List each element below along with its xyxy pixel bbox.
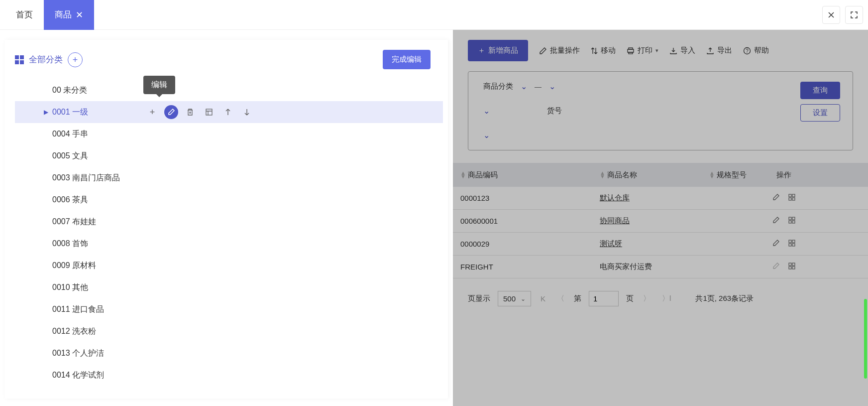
tree-item[interactable]: 0012 洗衣粉: [15, 320, 443, 342]
tree-item[interactable]: 0003 南昌门店商品: [15, 167, 443, 189]
fullscreen-icon: [850, 11, 858, 19]
tree-item[interactable]: 0007 布娃娃: [15, 211, 443, 233]
x-icon: [827, 11, 835, 19]
tab-products-label: 商品: [55, 9, 72, 20]
tree-item[interactable]: 0011 进口食品: [15, 298, 443, 320]
tree-item[interactable]: 0004 手串: [15, 123, 443, 145]
tabs-bar: 首页 商品 ✕: [0, 0, 868, 30]
modal-overlay: [453, 30, 868, 406]
move-down-button[interactable]: [240, 105, 254, 119]
tree-item[interactable]: 0006 茶具: [15, 189, 443, 211]
move-up-button[interactable]: [221, 105, 235, 119]
tree-item[interactable]: 0010 其他: [15, 276, 443, 298]
tree-item-label: 0007 布娃娃: [52, 217, 96, 227]
tree-item-label: 0001 一级: [52, 107, 88, 118]
add-child-button[interactable]: +: [145, 105, 159, 119]
edit-tooltip: 编辑: [143, 76, 175, 94]
category-title[interactable]: 全部分类: [29, 54, 63, 65]
tree-item[interactable]: 0013 个人护洁: [15, 342, 443, 364]
tree-item-label: 00 未分类: [52, 85, 87, 96]
tree-item-label: 0012 洗衣粉: [52, 326, 96, 337]
structure-button[interactable]: [202, 105, 216, 119]
tree-item-label: 0011 进口食品: [52, 304, 104, 315]
scroll-indicator: [864, 299, 867, 379]
finish-edit-button[interactable]: 完成编辑: [383, 50, 431, 69]
tree-item[interactable]: 00 未分类: [15, 79, 443, 101]
tree-item[interactable]: ▶0001 一级+: [15, 101, 443, 123]
tree-item[interactable]: 0009 原材料: [15, 255, 443, 276]
tree-item-label: 0004 手串: [52, 129, 88, 139]
grid-icon: [15, 55, 24, 64]
tree-item[interactable]: 0008 首饰: [15, 233, 443, 255]
tree-item-label: 0008 首饰: [52, 239, 88, 249]
tree-item-actions: +: [145, 105, 254, 119]
tree-item-label: 0014 化学试剂: [52, 370, 104, 381]
caret-right-icon: ▶: [44, 109, 48, 116]
edit-button[interactable]: [164, 105, 178, 119]
tree-item-label: 0009 原材料: [52, 261, 96, 271]
tree-item-label: 0010 其他: [52, 282, 88, 293]
tab-products[interactable]: 商品 ✕: [44, 0, 94, 30]
delete-button[interactable]: [183, 105, 197, 119]
svg-rect-21: [206, 109, 212, 115]
add-category-button[interactable]: +: [68, 52, 83, 67]
tree-item-label: 0003 南昌门店商品: [52, 173, 120, 183]
tab-home[interactable]: 首页: [5, 0, 44, 30]
tree-item-label: 0006 茶具: [52, 195, 88, 205]
tree-item[interactable]: 0014 化学试剂: [15, 364, 443, 386]
tree-item[interactable]: 0005 文具: [15, 145, 443, 167]
close-icon[interactable]: ✕: [76, 9, 83, 20]
fullscreen-button[interactable]: [845, 6, 863, 24]
category-editor-panel: 全部分类 + 完成编辑 编辑 00 未分类▶0001 一级+0004 手串000…: [5, 40, 448, 399]
tree-item-label: 0005 文具: [52, 151, 88, 161]
category-tree[interactable]: 00 未分类▶0001 一级+0004 手串0005 文具0003 南昌门店商品…: [15, 79, 443, 398]
close-all-tabs-button[interactable]: [822, 6, 840, 24]
tree-item-label: 0013 个人护洁: [52, 348, 104, 359]
